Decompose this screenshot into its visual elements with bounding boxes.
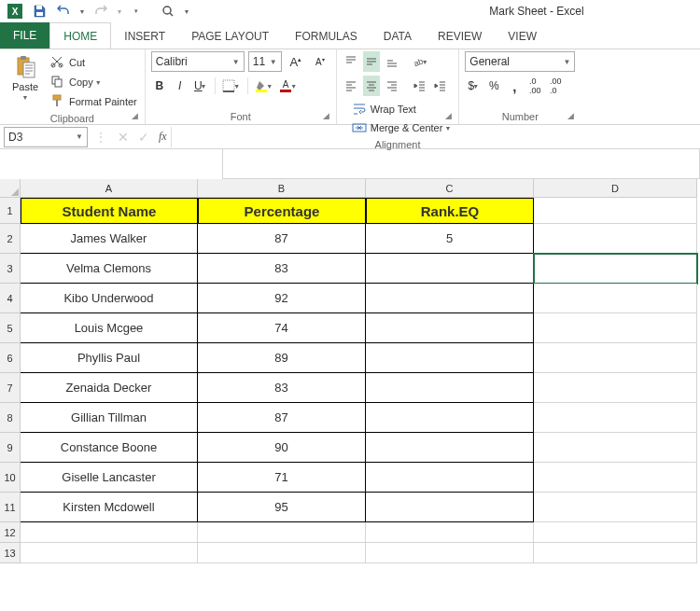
accounting-dropdown-icon[interactable]: ▼: [472, 83, 479, 90]
save-icon[interactable]: [30, 2, 49, 21]
cell-A12[interactable]: [21, 522, 198, 543]
increase-decimal-button[interactable]: .0.00: [526, 76, 543, 96]
cell-D13[interactable]: [534, 543, 697, 563]
row-header-12[interactable]: 12: [0, 522, 21, 543]
borders-dropdown-icon[interactable]: ▼: [233, 83, 240, 90]
qat-customize-icon[interactable]: ▾: [133, 2, 140, 21]
align-top-button[interactable]: [343, 51, 359, 72]
cell-A10[interactable]: Giselle Lancaster: [21, 463, 198, 493]
cell-D12[interactable]: [534, 522, 697, 543]
redo-dropdown-icon[interactable]: ▼: [116, 2, 123, 21]
row-header-10[interactable]: 10: [0, 463, 21, 493]
tab-insert[interactable]: INSERT: [111, 22, 178, 49]
cell-A7[interactable]: Zenaida Decker: [21, 373, 198, 403]
font-name-combo[interactable]: Calibri▼: [151, 51, 245, 72]
tab-page-layout[interactable]: PAGE LAYOUT: [178, 22, 282, 49]
align-bottom-button[interactable]: [384, 51, 400, 72]
copy-dropdown-icon[interactable]: ▼: [95, 79, 102, 86]
cell-B10[interactable]: 71: [198, 463, 366, 493]
underline-button[interactable]: U▼: [192, 76, 209, 96]
bold-button[interactable]: B: [151, 76, 168, 96]
merge-center-button[interactable]: Merge & Center ▼: [350, 118, 454, 137]
row-header-1[interactable]: 1: [0, 198, 21, 224]
merge-dropdown-icon[interactable]: ▼: [444, 125, 451, 132]
row-header-11[interactable]: 11: [0, 493, 21, 522]
cell-A11[interactable]: Kirsten Mcdowell: [21, 493, 198, 522]
cell-A5[interactable]: Louis Mcgee: [21, 313, 198, 343]
col-header-A[interactable]: A: [21, 179, 198, 198]
cell-A6[interactable]: Phyllis Paul: [21, 343, 198, 373]
row-header-7[interactable]: 7: [0, 373, 21, 403]
cell-B4[interactable]: 92: [198, 284, 366, 313]
cell-C6[interactable]: [366, 343, 534, 373]
cell-C9[interactable]: [366, 433, 534, 463]
row-header-9[interactable]: 9: [0, 433, 21, 463]
cancel-icon[interactable]: ✕: [118, 130, 129, 145]
tab-home[interactable]: HOME: [49, 22, 111, 49]
cell-C12[interactable]: [366, 522, 534, 543]
cell-A8[interactable]: Gillian Tillman: [21, 403, 198, 433]
cell-C3[interactable]: [366, 254, 534, 284]
name-box[interactable]: D3▼: [4, 127, 88, 147]
increase-font-button[interactable]: A▴: [286, 51, 306, 72]
cell-C5[interactable]: [366, 313, 534, 343]
align-middle-button[interactable]: [363, 51, 380, 72]
cell-D8[interactable]: [534, 403, 697, 433]
comma-format-button[interactable]: ,: [506, 76, 523, 96]
tab-review[interactable]: REVIEW: [425, 22, 495, 49]
undo-icon[interactable]: [54, 2, 73, 21]
col-header-D[interactable]: D: [534, 179, 697, 198]
cell-D5[interactable]: [534, 313, 697, 343]
cell-C8[interactable]: [366, 403, 534, 433]
cell-D10[interactable]: [534, 463, 697, 493]
fill-color-button[interactable]: ▼: [254, 76, 274, 96]
tab-file[interactable]: FILE: [0, 22, 49, 49]
decrease-decimal-button[interactable]: .00.0: [547, 76, 564, 96]
format-painter-button[interactable]: Format Painter: [49, 92, 139, 111]
cell-C10[interactable]: [366, 463, 534, 493]
col-header-B[interactable]: B: [198, 179, 366, 198]
align-right-button[interactable]: [384, 76, 400, 96]
cell-D11[interactable]: [534, 493, 697, 522]
redo-icon[interactable]: [91, 2, 110, 21]
cell-D2[interactable]: [534, 224, 697, 254]
row-header-13[interactable]: 13: [0, 543, 21, 563]
cell-B9[interactable]: 90: [198, 433, 366, 463]
cell-C13[interactable]: [366, 543, 534, 563]
font-size-combo[interactable]: 11▼: [248, 51, 282, 72]
copy-button[interactable]: Copy ▼: [49, 73, 139, 91]
tab-data[interactable]: DATA: [371, 22, 425, 49]
align-center-button[interactable]: [363, 76, 380, 96]
cell-B11[interactable]: 95: [198, 493, 366, 522]
cell-B7[interactable]: 83: [198, 373, 366, 403]
print-preview-icon[interactable]: [159, 2, 177, 21]
cell-A4[interactable]: Kibo Underwood: [21, 284, 198, 313]
enter-icon[interactable]: ✓: [138, 130, 149, 145]
cell-B1[interactable]: Percentage: [198, 198, 366, 224]
cell-D7[interactable]: [534, 373, 697, 403]
cell-B13[interactable]: [198, 543, 366, 563]
increase-indent-button[interactable]: [432, 76, 449, 96]
cell-B5[interactable]: 74: [198, 313, 366, 343]
select-all-corner[interactable]: [0, 179, 21, 198]
font-color-dropdown-icon[interactable]: ▼: [290, 83, 297, 90]
row-header-6[interactable]: 6: [0, 343, 21, 373]
cell-D6[interactable]: [534, 343, 697, 373]
cell-A3[interactable]: Velma Clemons: [21, 254, 198, 284]
cell-A2[interactable]: James Walker: [21, 224, 198, 254]
cut-button[interactable]: Cut: [49, 53, 139, 72]
alignment-launcher-icon[interactable]: ◢: [445, 111, 456, 122]
tab-formulas[interactable]: FORMULAS: [282, 22, 371, 49]
row-header-2[interactable]: 2: [0, 224, 21, 254]
cell-B3[interactable]: 83: [198, 254, 366, 284]
paste-dropdown-icon[interactable]: ▼: [22, 94, 29, 101]
percent-format-button[interactable]: %: [485, 76, 502, 96]
underline-dropdown-icon[interactable]: ▼: [201, 83, 207, 90]
cell-B6[interactable]: 89: [198, 343, 366, 373]
print-preview-dropdown-icon[interactable]: ▼: [183, 2, 190, 21]
borders-button[interactable]: ▼: [221, 76, 242, 96]
cell-C11[interactable]: [366, 493, 534, 522]
paste-button[interactable]: Paste ▼: [6, 51, 45, 101]
cell-C4[interactable]: [366, 284, 534, 313]
tab-view[interactable]: VIEW: [495, 22, 550, 49]
